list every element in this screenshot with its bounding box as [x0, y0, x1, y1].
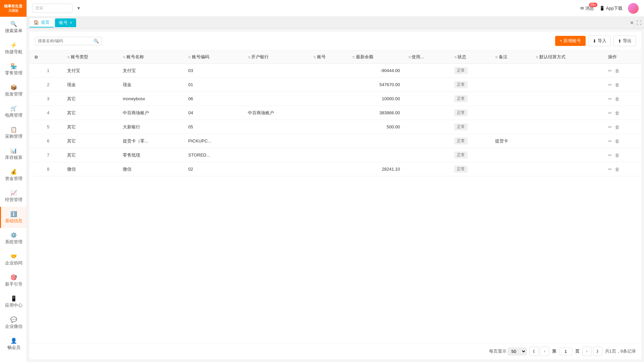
row-code: STORED...: [184, 148, 244, 162]
add-account-button[interactable]: + 新增账号: [555, 36, 586, 46]
col-bank[interactable]: 开户银行: [244, 51, 309, 64]
table-row: 4 其它 中百商场账户 04 中百商场账户 383866.00 正常 ✏ 🗑: [30, 106, 641, 120]
row-type: 其它: [63, 106, 119, 120]
sidebar-item-app-center[interactable]: 📱 应用中心: [0, 291, 26, 312]
delete-button[interactable]: 🗑: [615, 153, 620, 158]
col-default-settlement[interactable]: 默认结算方式: [532, 51, 604, 64]
delete-button[interactable]: 🗑: [615, 110, 620, 116]
search-box[interactable]: 🔍: [35, 37, 102, 45]
delete-button[interactable]: 🗑: [615, 68, 620, 73]
tab-accounts-label: 账号: [59, 20, 68, 26]
topbar-message[interactable]: ✉ 消息 99+: [580, 5, 594, 11]
import-button[interactable]: ⬇ 导入: [588, 36, 611, 46]
tab-accounts[interactable]: 账号 ×: [55, 18, 76, 27]
sidebar-item-quick-nav[interactable]: ⚡ 快捷导航: [0, 38, 26, 59]
newbie-icon: 🎯: [2, 274, 25, 281]
col-code[interactable]: 账号编码: [184, 51, 244, 64]
table-row: 1 支付宝 支付宝 03 -90444.00 正常 ✏ 🗑: [30, 64, 641, 78]
tab-close-icon[interactable]: ×: [70, 20, 72, 25]
edit-button[interactable]: ✏: [608, 167, 612, 172]
sidebar-item-enterprise-wechat[interactable]: 💬 企业微信: [0, 312, 26, 334]
first-page-button[interactable]: ⟪: [529, 347, 539, 356]
row-default-settlement: [532, 134, 604, 148]
sidebar-item-basic-info[interactable]: ℹ️ 基础信息: [0, 207, 26, 228]
sidebar-item-system-mgmt[interactable]: ⚙️ 系统管理: [0, 228, 26, 249]
export-button[interactable]: ⬆ 导出: [613, 36, 636, 46]
row-actions: ✏ 🗑: [604, 92, 641, 106]
delete-button[interactable]: 🗑: [615, 167, 620, 172]
row-name: 提货卡（零...: [119, 134, 184, 148]
table-container: ⚙ 账号类型 账号名称 账号编码 开户银行 账号 最新余额 使用... 状态 备…: [30, 51, 641, 343]
edit-button[interactable]: ✏: [608, 138, 612, 144]
sidebar-item-ecommerce-mgmt[interactable]: 🛒 电商管理: [0, 101, 26, 122]
sidebar-item-finance-mgmt[interactable]: 💰 资金管理: [0, 165, 26, 186]
delete-button[interactable]: 🗑: [615, 82, 620, 87]
delete-button[interactable]: 🗑: [615, 96, 620, 102]
row-account: [309, 78, 348, 92]
sidebar-item-label: 电商管理: [2, 112, 25, 118]
col-usage[interactable]: 使用...: [404, 51, 450, 64]
page-suffix: 页: [575, 348, 580, 354]
edit-button[interactable]: ✏: [608, 110, 612, 116]
row-status: 正常: [450, 134, 491, 148]
sidebar-item-retail-mgmt[interactable]: 🏪 零售管理: [0, 59, 26, 80]
sidebar-item-purchase-mgmt[interactable]: 📋 采购管理: [0, 122, 26, 143]
row-default-settlement: [532, 106, 604, 120]
topbar-dropdown[interactable]: ▼: [76, 6, 81, 11]
tab-home[interactable]: 🏠 首页: [30, 18, 54, 27]
sidebar-item-inventory[interactable]: 📊 库存核算: [0, 143, 26, 165]
col-status[interactable]: 状态: [450, 51, 491, 64]
sidebar-item-label: 畅会员: [2, 345, 25, 351]
row-type: 其它: [63, 92, 119, 106]
export-icon: ⬆: [618, 39, 622, 44]
sidebar-item-member[interactable]: 👤 畅会员: [0, 334, 26, 355]
row-actions: ✏ 🗑: [604, 106, 641, 120]
per-page-label: 每页显示: [489, 348, 506, 354]
col-type[interactable]: 账号类型: [63, 51, 119, 64]
prev-page-button[interactable]: ‹: [540, 347, 549, 356]
edit-button[interactable]: ✏: [608, 82, 612, 87]
next-page-button[interactable]: ›: [582, 347, 592, 356]
basic-info-icon: ℹ️: [2, 211, 25, 217]
tabbar-close-button[interactable]: ✕: [630, 20, 634, 25]
last-page-button[interactable]: ⟫: [593, 347, 602, 356]
sidebar-item-label: 企业微信: [2, 323, 25, 329]
delete-button[interactable]: 🗑: [615, 138, 620, 144]
topbar-app-download[interactable]: 📱 App下载: [599, 5, 623, 11]
per-page-select[interactable]: 50 10 20 100: [508, 348, 527, 355]
row-status: 正常: [450, 92, 491, 106]
sidebar-item-enterprise-agreement[interactable]: 🤝 企业协同: [0, 249, 26, 270]
sidebar-item-operations-mgmt[interactable]: 📈 经营管理: [0, 186, 26, 207]
sidebar-item-newbie-guide[interactable]: 🎯 新手引导: [0, 270, 26, 291]
purchase-icon: 📋: [2, 126, 25, 133]
row-remark: [491, 78, 532, 92]
row-actions: ✏ 🗑: [604, 148, 641, 162]
sidebar-item-search-menu[interactable]: 🔍 搜索菜单: [0, 17, 26, 38]
topbar-search-box: 搜索: [32, 4, 72, 13]
row-actions: ✏ 🗑: [604, 120, 641, 134]
col-name[interactable]: 账号名称: [119, 51, 184, 64]
row-usage: [404, 78, 450, 92]
inventory-icon: 📊: [2, 147, 25, 154]
search-input[interactable]: [38, 39, 92, 43]
app-icon: 📱: [599, 6, 605, 11]
delete-button[interactable]: 🗑: [615, 124, 620, 130]
row-type: 其它: [63, 148, 119, 162]
edit-button[interactable]: ✏: [608, 124, 612, 130]
row-gear: [30, 64, 43, 78]
row-name: 中百商场账户: [119, 106, 184, 120]
edit-button[interactable]: ✏: [608, 68, 612, 73]
edit-button[interactable]: ✏: [608, 153, 612, 158]
sidebar-item-label: 基础信息: [2, 218, 25, 224]
user-avatar[interactable]: [628, 3, 639, 14]
row-account: [309, 134, 348, 148]
edit-button[interactable]: ✏: [608, 96, 612, 102]
col-balance[interactable]: 最新余额: [348, 51, 404, 64]
tabbar-expand-button[interactable]: ⛶: [637, 20, 641, 25]
page-number-input[interactable]: [559, 348, 573, 355]
col-gear[interactable]: ⚙: [30, 51, 43, 64]
col-remark[interactable]: 备注: [491, 51, 532, 64]
tabbar-actions: ✕ ⛶: [630, 20, 641, 25]
sidebar-item-wholesale-mgmt[interactable]: 📦 批发管理: [0, 80, 26, 101]
col-account[interactable]: 账号: [309, 51, 348, 64]
